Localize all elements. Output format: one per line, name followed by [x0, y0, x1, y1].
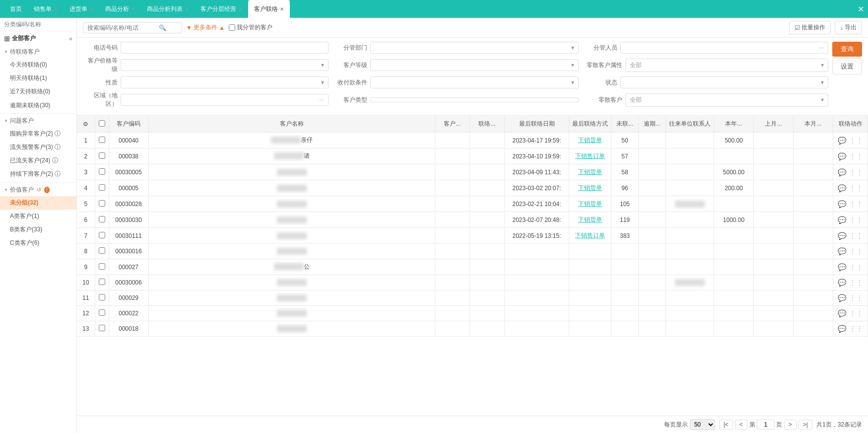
sidebar-item-class-c[interactable]: C类客户(6) [0, 236, 76, 250]
page-number-input[interactable] [757, 420, 775, 430]
contact-method-link[interactable]: 下销售订单 [575, 232, 605, 239]
grid-action-icon[interactable]: ⋮⋮ [849, 294, 863, 302]
sidebar-item-class-a[interactable]: A类客户(1) [0, 210, 76, 223]
message-icon[interactable]: 💬 [838, 309, 846, 317]
filter-retail-attr-select[interactable]: 全部 [625, 59, 828, 72]
nav-tab-customer-contact[interactable]: 客户联络 ✕ [248, 0, 290, 18]
contact-method-link[interactable]: 下销货单 [578, 216, 602, 223]
manager-dots-icon[interactable]: ··· [819, 44, 824, 51]
sidebar-item-overdue[interactable]: 逾期未联络(30) [0, 99, 76, 112]
sidebar-item-class-b[interactable]: B类客户(33) [0, 223, 76, 236]
row-checkbox[interactable] [99, 216, 105, 222]
message-icon[interactable]: 💬 [838, 137, 846, 144]
close-analysis-list-tab[interactable]: ✕ [185, 6, 189, 12]
last-page-btn[interactable]: >| [799, 420, 812, 430]
row-checkbox[interactable] [99, 152, 105, 159]
contact-method-link[interactable]: 下销货单 [578, 184, 602, 191]
grid-action-icon[interactable]: ⋮⋮ [849, 263, 863, 271]
close-all-tabs[interactable]: ✕ [858, 4, 864, 14]
filter-manager-select[interactable]: ··· [620, 42, 828, 54]
select-all-checkbox[interactable] [99, 120, 105, 127]
cell-check[interactable] [95, 133, 109, 148]
row-checkbox[interactable] [99, 137, 105, 143]
message-icon[interactable]: 💬 [838, 247, 846, 255]
close-purchase-tab[interactable]: ✕ [89, 6, 93, 12]
filter-search-input[interactable] [87, 24, 157, 31]
next-page-btn[interactable]: > [784, 420, 797, 430]
cell-check[interactable] [95, 259, 109, 275]
filter-search-icon[interactable]: 🔍 [159, 24, 166, 31]
cell-check[interactable] [95, 290, 109, 306]
close-analysis-tab[interactable]: ✕ [131, 6, 135, 12]
first-page-btn[interactable]: |< [719, 420, 733, 430]
grid-action-icon[interactable]: ⋮⋮ [849, 247, 863, 255]
sidebar-item-tomorrow[interactable]: 明天待联络(1) [0, 72, 76, 85]
sidebar-item-ungrouped[interactable]: 未分组(32) [0, 196, 76, 210]
cell-check[interactable] [95, 164, 109, 180]
row-checkbox[interactable] [99, 263, 105, 270]
message-icon[interactable]: 💬 [838, 232, 846, 240]
row-checkbox[interactable] [99, 232, 105, 238]
cell-check[interactable] [95, 275, 109, 290]
settings-icon[interactable]: ⚙ [83, 121, 88, 128]
sidebar-search-input[interactable] [4, 21, 77, 28]
area-dots-icon[interactable]: ··· [319, 96, 324, 103]
nav-tab-home[interactable]: 首页 [4, 0, 28, 18]
cell-check[interactable] [95, 244, 109, 259]
cell-check[interactable] [95, 228, 109, 244]
close-sales-tab[interactable]: ✕ [54, 6, 58, 12]
grid-action-icon[interactable]: ⋮⋮ [849, 137, 863, 144]
cell-check[interactable] [95, 306, 109, 321]
filter-retail-customer-select[interactable]: 全部 [625, 93, 828, 107]
message-icon[interactable]: 💬 [838, 200, 846, 208]
close-customer-contact-tab[interactable]: ✕ [280, 6, 284, 12]
sidebar-item-7days[interactable]: 近7天待联络(0) [0, 85, 76, 98]
contact-method-link[interactable]: 下销售订单 [575, 152, 605, 159]
sidebar-item-hoarding[interactable]: 囤购异常客户(2) ⓘ [0, 127, 76, 141]
more-conditions-btn[interactable]: ▼ 更多条件 ▲ [186, 23, 225, 32]
sidebar-all-customers[interactable]: ⊞ 全部客户 « [0, 31, 76, 46]
cell-check[interactable] [95, 321, 109, 337]
cell-check[interactable] [95, 148, 109, 164]
row-checkbox[interactable] [99, 184, 105, 191]
message-icon[interactable]: 💬 [838, 184, 846, 192]
message-icon[interactable]: 💬 [838, 263, 846, 271]
value-refresh-icon[interactable]: ↺ [37, 187, 41, 193]
nav-tab-analysis-list[interactable]: 商品分析列表 ✕ [141, 0, 195, 18]
cell-check[interactable] [95, 212, 109, 228]
filter-area-select[interactable]: ··· [121, 94, 329, 106]
filter-status-select[interactable] [620, 76, 828, 88]
th-settings[interactable]: ⚙ [77, 116, 95, 133]
row-checkbox[interactable] [99, 325, 105, 331]
contact-method-link[interactable]: 下销货单 [578, 168, 602, 175]
grid-action-icon[interactable]: ⋮⋮ [849, 309, 863, 317]
contact-method-link[interactable]: 下销货单 [578, 200, 602, 207]
query-button[interactable]: 查询 [832, 42, 862, 57]
page-size-select[interactable]: 50 20 100 [690, 419, 715, 430]
my-customers-check-input[interactable] [229, 24, 235, 31]
filter-customer-level-select[interactable] [370, 59, 578, 71]
nav-tab-customer-tier[interactable]: 客户分层经营 ✕ [195, 0, 248, 18]
row-checkbox[interactable] [99, 294, 105, 300]
grid-action-icon[interactable]: ⋮⋮ [849, 168, 863, 176]
sidebar-item-churn-warning[interactable]: 流失预警客户(3) ⓘ [0, 141, 76, 154]
filter-price-level-select[interactable] [121, 59, 329, 71]
filter-dept-select[interactable] [370, 42, 578, 54]
grid-action-icon[interactable]: ⋮⋮ [849, 232, 863, 240]
sidebar-item-today[interactable]: 今天待联络(0) [0, 58, 76, 72]
batch-operation-btn[interactable]: ☑ 批量操作 [789, 21, 831, 34]
grid-action-icon[interactable]: ⋮⋮ [849, 325, 863, 333]
message-icon[interactable]: 💬 [838, 279, 846, 287]
reset-button[interactable]: 设置 [832, 59, 862, 74]
row-checkbox[interactable] [99, 168, 105, 175]
message-icon[interactable]: 💬 [838, 294, 846, 302]
row-checkbox[interactable] [99, 200, 105, 207]
filter-customer-type-select[interactable] [370, 97, 578, 102]
message-icon[interactable]: 💬 [838, 216, 846, 224]
grid-action-icon[interactable]: ⋮⋮ [849, 200, 863, 208]
grid-action-icon[interactable]: ⋮⋮ [849, 216, 863, 224]
grid-action-icon[interactable]: ⋮⋮ [849, 184, 863, 192]
sidebar-group-problem[interactable]: ▼ 问题客户 [0, 115, 76, 127]
cell-check[interactable] [95, 180, 109, 196]
sidebar-item-churned[interactable]: 已流失客户(24) ⓘ [0, 154, 76, 167]
